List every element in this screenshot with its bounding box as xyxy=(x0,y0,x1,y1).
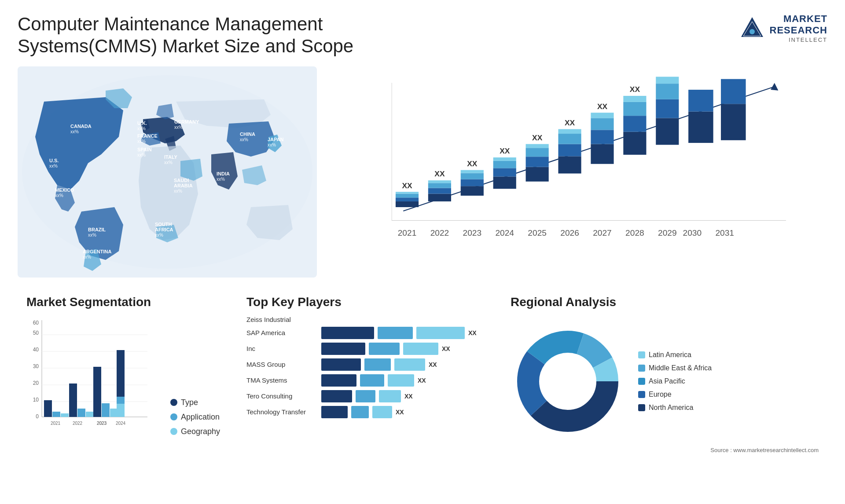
svg-text:xx%: xx% xyxy=(268,142,276,147)
svg-rect-105 xyxy=(77,409,85,417)
svg-text:xx%: xx% xyxy=(70,129,79,134)
svg-text:0: 0 xyxy=(36,413,39,420)
uk-label: U.K. xyxy=(137,121,147,126)
player-row-inc: Inc XX xyxy=(246,343,484,355)
player-bar-tma-2 xyxy=(360,374,384,387)
svg-rect-106 xyxy=(86,412,94,417)
svg-text:XX: XX xyxy=(467,159,478,168)
player-val-tma: XX xyxy=(418,377,426,384)
svg-text:xx%: xx% xyxy=(217,177,225,182)
canada-label: CANADA xyxy=(70,124,92,129)
svg-text:xx%: xx% xyxy=(83,255,91,259)
svg-rect-44 xyxy=(493,176,516,189)
italy-label: ITALY xyxy=(164,154,178,160)
regional-title: Regional Analysis xyxy=(511,295,819,309)
legend-type: Type xyxy=(170,398,220,407)
reg-dot-na xyxy=(638,404,645,411)
svg-text:xx%: xx% xyxy=(137,139,146,144)
player-barwrap-mass: XX xyxy=(321,358,484,371)
logo-line2: RESEARCH xyxy=(770,25,827,36)
player-val-tt: XX xyxy=(396,409,404,416)
svg-text:XX: XX xyxy=(565,118,575,127)
header: Computer Maintenance Management Systems(… xyxy=(18,13,827,58)
player-row-mass: MASS Group XX xyxy=(246,358,484,371)
germany-label: GERMANY xyxy=(174,119,199,124)
svg-line-24 xyxy=(403,87,774,211)
svg-text:2024: 2024 xyxy=(116,421,126,426)
mexico-label: MEXICO xyxy=(55,187,74,193)
source-text: Source : www.marketresearchintellect.com xyxy=(511,447,819,453)
svg-rect-29 xyxy=(396,192,419,194)
svg-text:XX: XX xyxy=(434,169,445,178)
svg-rect-57 xyxy=(558,144,581,156)
logo-line1: MARKET xyxy=(770,13,827,25)
svg-rect-63 xyxy=(591,130,614,144)
reg-dot-europe xyxy=(638,391,645,398)
svg-text:60: 60 xyxy=(33,320,39,326)
svg-text:XX: XX xyxy=(402,181,412,190)
player-bar-tma-3 xyxy=(388,374,414,387)
reg-legend-na: North America xyxy=(638,404,712,412)
svg-text:10: 10 xyxy=(33,397,39,403)
svg-rect-58 xyxy=(558,134,581,144)
svg-rect-50 xyxy=(526,167,549,181)
svg-rect-82 xyxy=(688,90,713,112)
svg-rect-100 xyxy=(44,400,52,417)
player-bar-inc-3 xyxy=(403,343,438,355)
map-container: CANADA xx% U.S. xx% MEXICO xx% BRAZIL xx… xyxy=(18,66,317,278)
player-name-inc: Inc xyxy=(246,345,317,352)
svg-text:2022: 2022 xyxy=(430,228,449,237)
svg-rect-52 xyxy=(526,148,549,157)
player-barwrap-tt: XX xyxy=(321,406,484,418)
bar-chart-svg: 2021 XX 2022 XX 2023 XX xyxy=(352,75,814,251)
reg-label-latin: Latin America xyxy=(649,351,691,359)
svg-rect-59 xyxy=(558,129,581,133)
seg-chart: 0 10 20 30 40 50 60 xyxy=(26,316,162,449)
reg-legend-apac: Asia Pacific xyxy=(638,377,712,385)
svg-text:xx%: xx% xyxy=(55,193,63,198)
svg-text:XX: XX xyxy=(597,102,608,110)
player-barwrap-inc: XX xyxy=(321,343,484,355)
svg-rect-62 xyxy=(591,144,614,164)
legend-type-dot xyxy=(170,399,177,406)
india-label: INDIA xyxy=(217,171,230,176)
player-barwrap-sap: XX xyxy=(321,327,484,339)
donut-chart-svg xyxy=(511,324,625,438)
bottom-section: Market Segmentation 0 10 20 30 40 50 xyxy=(18,291,827,458)
svg-text:XX: XX xyxy=(532,133,543,142)
player-bar-tero-2 xyxy=(356,390,375,402)
japan-label: JAPAN xyxy=(268,137,284,142)
player-val-mass: XX xyxy=(429,361,437,368)
france-label: FRANCE xyxy=(137,133,158,139)
player-row-sap: SAP America XX xyxy=(246,327,484,339)
svg-text:30: 30 xyxy=(33,363,39,369)
svg-text:40: 40 xyxy=(33,347,39,353)
player-name-tero: Tero Consulting xyxy=(246,392,317,400)
player-bar-tt-3 xyxy=(372,406,392,418)
svg-rect-28 xyxy=(396,194,419,197)
legend-app: Application xyxy=(170,413,220,422)
player-name-zeiss: Zeiss Industrial xyxy=(246,316,317,323)
player-val-sap: XX xyxy=(468,329,477,336)
player-bar-mass-1 xyxy=(321,358,361,371)
player-bar-tt-2 xyxy=(351,406,369,418)
svg-text:2027: 2027 xyxy=(593,228,612,237)
svg-rect-74 xyxy=(656,118,679,145)
bar-chart-container: 2021 XX 2022 XX 2023 XX xyxy=(326,66,827,278)
svg-text:2031: 2031 xyxy=(715,228,734,237)
svg-text:AFRICA: AFRICA xyxy=(155,227,173,232)
svg-rect-45 xyxy=(493,168,516,176)
svg-text:xx%: xx% xyxy=(174,189,182,194)
player-bar-inc-1 xyxy=(321,343,365,355)
saudi-label: SAUDI xyxy=(174,178,189,183)
svg-text:xx%: xx% xyxy=(164,160,173,165)
legend-geo-label: Geography xyxy=(181,427,220,436)
logo-icon xyxy=(739,15,765,41)
player-bar-tero-3 xyxy=(379,390,401,402)
svg-text:xx%: xx% xyxy=(174,125,183,130)
player-bar-sap-3 xyxy=(416,327,465,339)
player-name-mass: MASS Group xyxy=(246,361,317,368)
logo-text: MARKET RESEARCH INTELLECT xyxy=(770,13,827,43)
safrica-label: SOUTH xyxy=(155,222,172,227)
player-bar-mass-2 xyxy=(364,358,391,371)
